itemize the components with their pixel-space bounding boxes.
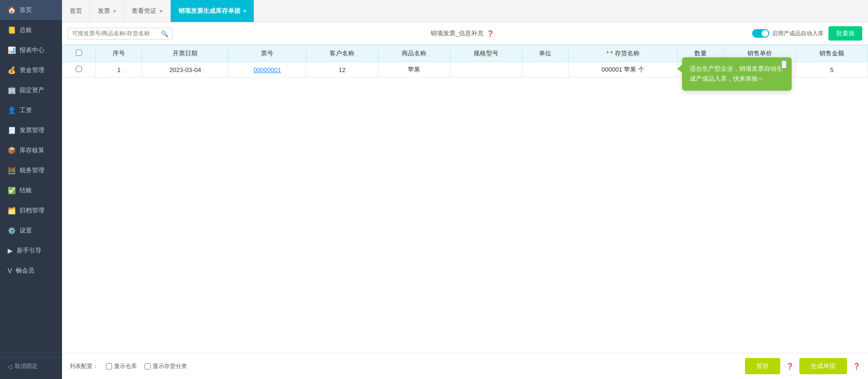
th-amount: 销售金额 xyxy=(796,45,868,62)
reports-icon: 📊 xyxy=(8,46,16,54)
bottom-right: 暂存 ❓ 生成单据 ❓ xyxy=(745,358,860,374)
fixed-assets-icon: 🏢 xyxy=(8,86,16,94)
cell-row0-col7 xyxy=(522,62,568,78)
general-ledger-icon: 📒 xyxy=(8,26,16,34)
th-checkbox xyxy=(62,45,96,62)
batch-button[interactable]: 批量操 xyxy=(828,26,862,41)
guide-icon: ▶ xyxy=(8,247,13,254)
show-warehouse-checkbox[interactable] xyxy=(106,363,112,369)
cell-row0-col6 xyxy=(450,62,522,78)
guide-label: 新手引导 xyxy=(17,246,41,255)
th-open-date: 开票日期 xyxy=(142,45,228,62)
vip-label: 畅会员 xyxy=(16,266,34,275)
tooltip-arrow xyxy=(677,65,682,73)
config-label: 列表配置： xyxy=(70,362,98,370)
tab-close-cancel-invoice-tab[interactable]: × xyxy=(243,8,246,14)
show-warehouse-label[interactable]: 显示仓库 xyxy=(106,362,137,370)
sidebar-item-invoice-mgmt[interactable]: 🧾发票管理 xyxy=(0,120,62,140)
sidebar-item-payroll[interactable]: 👤工资 xyxy=(0,100,62,120)
tab-close-invoice-tab[interactable]: × xyxy=(113,8,116,14)
toolbar-center: 销项发票_信息补充 ❓ xyxy=(431,29,494,38)
tab-label-invoice-tab: 发票 xyxy=(98,7,110,15)
center-label: 销项发票_信息补充 xyxy=(431,29,484,38)
tab-voucher-tab[interactable]: 查看凭证× xyxy=(124,0,170,22)
table-wrap: 序号开票日期票号客户名称商品名称规格型号单位* 存货名称数量销售单价销售金额 1… xyxy=(62,45,868,353)
sidebar-item-fixed-assets[interactable]: 🏢固定资产 xyxy=(0,80,62,100)
tab-label-home-tab: 首页 xyxy=(70,7,82,15)
settlement-label: 结账 xyxy=(20,186,32,195)
sidebar-item-general-ledger[interactable]: 📒总账 xyxy=(0,20,62,40)
sidebar-item-tax-mgmt[interactable]: 🧮税务管理 xyxy=(0,160,62,180)
toolbar: 🔍 销项发票_信息补充 ❓ 启用产成品自动入库 批量操 xyxy=(62,22,868,45)
toggle-knob xyxy=(762,30,768,37)
bottom-left: 列表配置： 显示仓库 显示存货分类 xyxy=(70,362,187,370)
th-spec: 规格型号 xyxy=(450,45,522,62)
search-icon: 🔍 xyxy=(161,30,168,37)
home-label: 首页 xyxy=(20,6,32,14)
tab-bar: 首页发票×查看凭证×销项发票生成库存单据× xyxy=(62,0,868,22)
tab-label-voucher-tab: 查看凭证 xyxy=(132,7,156,15)
help-icon-generate[interactable]: ❓ xyxy=(853,363,860,370)
tab-close-voucher-tab[interactable]: × xyxy=(159,8,162,14)
reports-label: 报表中心 xyxy=(20,46,44,54)
select-all-checkbox[interactable] xyxy=(76,50,82,56)
show-category-checkbox[interactable] xyxy=(145,363,151,369)
tab-home-tab[interactable]: 首页 xyxy=(62,0,90,22)
show-category-label[interactable]: 显示存货分类 xyxy=(145,362,187,370)
settlement-icon: ✅ xyxy=(8,187,16,194)
show-category-text: 显示存货分类 xyxy=(153,362,187,370)
help-icon-save[interactable]: ❓ xyxy=(786,363,794,370)
sidebar-item-fund-mgmt[interactable]: 💰资金管理 xyxy=(0,60,62,80)
sidebar-item-settings[interactable]: ⚙️设置 xyxy=(0,221,62,241)
vip-icon: V xyxy=(8,267,12,274)
cell-row0-col8: 000001 苹果 个 xyxy=(568,62,678,78)
archive-label: 归档管理 xyxy=(20,206,44,215)
search-wrap: 🔍 xyxy=(68,28,173,40)
settings-label: 设置 xyxy=(20,226,32,235)
show-warehouse-text: 显示仓库 xyxy=(114,362,137,370)
sidebar: 🏠首页📒总账📊报表中心💰资金管理🏢固定资产👤工资🧾发票管理📦库存核算🧮税务管理✅… xyxy=(0,0,62,379)
unpin-label: 取消固定 xyxy=(15,362,38,370)
bottom-bar: 列表配置： 显示仓库 显示存货分类 暂存 ❓ 生成单据 ❓ xyxy=(62,353,868,379)
tab-invoice-tab[interactable]: 发票× xyxy=(90,0,124,22)
cell-row0-col1: 1 xyxy=(96,62,142,78)
help-icon-center[interactable]: ❓ xyxy=(486,30,494,37)
toggle-label: 启用产成品自动入库 xyxy=(772,30,824,38)
main-area: 首页发票×查看凭证×销项发票生成库存单据× 🔍 销项发票_信息补充 ❓ 启用 xyxy=(62,0,868,379)
th-inventory-name: * 存货名称 xyxy=(568,45,678,62)
sidebar-item-vip[interactable]: V畅会员 xyxy=(0,261,62,281)
cell-row0-col11: 5 xyxy=(796,62,868,78)
generate-button[interactable]: 生成单据 xyxy=(799,358,847,374)
tooltip-close-button[interactable]: × xyxy=(781,60,787,69)
sidebar-item-archive[interactable]: 🗂️归档管理 xyxy=(0,200,62,221)
search-input[interactable] xyxy=(72,30,161,37)
cell-row0-col5: 苹果 xyxy=(378,62,450,78)
settings-icon: ⚙️ xyxy=(8,227,16,234)
sidebar-item-settlement[interactable]: ✅结账 xyxy=(0,180,62,200)
cell-row0-col0[interactable] xyxy=(62,62,96,78)
cell-row0-col3[interactable]: 00000001 xyxy=(228,62,306,78)
tooltip-popup: × 适合生产型企业，销项发票自动生成产成品入库，快来体验～ xyxy=(682,57,792,91)
tax-mgmt-icon: 🧮 xyxy=(8,167,16,174)
th-goods-name: 商品名称 xyxy=(378,45,450,62)
row-checkbox-0[interactable] xyxy=(76,66,82,72)
th-customer: 客户名称 xyxy=(306,45,378,62)
sidebar-item-inventory[interactable]: 📦库存核算 xyxy=(0,140,62,160)
tab-label-cancel-invoice-tab: 销项发票生成库存单据 xyxy=(178,7,240,15)
auto-warehouse-toggle[interactable] xyxy=(752,29,769,38)
payroll-icon: 👤 xyxy=(8,106,16,114)
toolbar-left: 🔍 xyxy=(68,28,173,40)
sidebar-item-home[interactable]: 🏠首页 xyxy=(0,0,62,20)
sidebar-item-guide[interactable]: ▶新手引导 xyxy=(0,241,62,261)
th-seq: 序号 xyxy=(96,45,142,62)
save-button[interactable]: 暂存 xyxy=(745,358,780,374)
cell-row0-col4: 12 xyxy=(306,62,378,78)
invoice-mgmt-icon: 🧾 xyxy=(8,126,16,134)
tab-cancel-invoice-tab[interactable]: 销项发票生成库存单据× xyxy=(171,0,254,22)
fund-mgmt-label: 资金管理 xyxy=(20,66,44,74)
unpin-icon: ◁ xyxy=(8,363,12,370)
archive-icon: 🗂️ xyxy=(8,207,16,214)
unpin-button[interactable]: ◁ 取消固定 xyxy=(0,357,62,375)
fund-mgmt-icon: 💰 xyxy=(8,66,16,74)
sidebar-item-reports[interactable]: 📊报表中心 xyxy=(0,40,62,60)
